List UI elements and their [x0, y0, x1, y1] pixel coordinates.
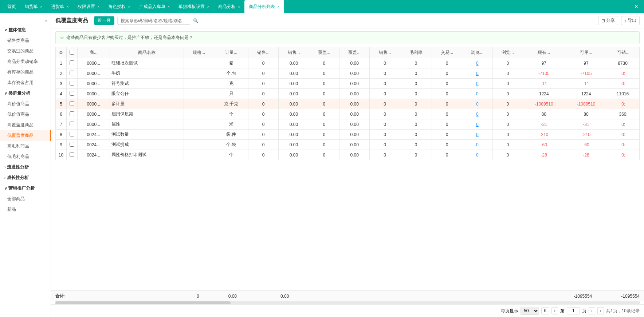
export-button[interactable]: ↑ 导出: [621, 16, 640, 25]
row-name[interactable]: 测试提成: [110, 140, 184, 150]
row-checkbox[interactable]: [67, 58, 78, 68]
sidebar-section-marketing[interactable]: ∨ 营销推广分析: [0, 183, 51, 194]
row-browse1[interactable]: 0: [462, 89, 492, 99]
export-icon: ↑: [624, 18, 627, 23]
row-sales-qty: 0: [248, 140, 279, 150]
sidebar-item-new-goods[interactable]: 新品: [0, 204, 51, 215]
row-name[interactable]: 测试数量: [110, 130, 184, 140]
row-name[interactable]: 属性: [110, 119, 184, 130]
nav-item-template[interactable]: 单据模板设置 ×: [174, 0, 213, 13]
row-sales-amt: 0.00: [279, 130, 309, 140]
close-icon[interactable]: ×: [128, 4, 130, 9]
row-checkbox[interactable]: [67, 68, 78, 79]
nav-item-product-entry[interactable]: 产成品入库单 ×: [135, 0, 174, 13]
sidebar-item-low-coverage[interactable]: 低覆盖度商品: [0, 130, 51, 141]
row-no: 3: [56, 79, 67, 89]
row-name[interactable]: 属性价格打印测试: [110, 150, 184, 160]
row-browse1[interactable]: 0: [462, 119, 492, 130]
row-sales-amt: 0.00: [279, 68, 309, 79]
row-name[interactable]: 眼宝公仔: [110, 89, 184, 99]
window-close-button[interactable]: ×: [631, 3, 641, 11]
sidebar-item-high-coverage[interactable]: 高覆盖度商品: [0, 120, 51, 130]
nav-item-analysis[interactable]: 商品分析 ×: [214, 0, 244, 13]
row-browse1[interactable]: 0: [462, 150, 492, 160]
share-button[interactable]: ⊡ 分享: [598, 16, 618, 25]
row-unit: 克: [214, 79, 248, 89]
row-name[interactable]: 符号测试: [110, 79, 184, 89]
row-checkbox[interactable]: [67, 89, 78, 99]
close-icon[interactable]: ×: [40, 4, 42, 9]
row-name[interactable]: 牛奶: [110, 68, 184, 79]
current-page-input[interactable]: [567, 307, 580, 314]
row-trans: 0: [432, 79, 462, 89]
sidebar-item-stock-capital[interactable]: 库存资金占用: [0, 78, 51, 88]
sidebar-item-low-value[interactable]: 低价值商品: [0, 109, 51, 120]
search-input[interactable]: [117, 17, 190, 25]
row-checkbox[interactable]: [67, 99, 78, 109]
nav-item-home[interactable]: 首页: [3, 0, 20, 13]
sidebar-item-high-margin[interactable]: 高毛利商品: [0, 141, 51, 151]
close-icon[interactable]: ×: [66, 4, 68, 9]
sidebar-item-high-value[interactable]: 高价值商品: [0, 99, 51, 109]
row-browse1[interactable]: 0: [462, 130, 492, 140]
next-page-button[interactable]: ›: [589, 307, 595, 314]
row-browse1[interactable]: 0: [462, 140, 492, 150]
row-sales3: 0: [370, 140, 400, 150]
info-banner: ☆ 这些商品只有很少客户购买过，是推广不够，还是商品本身问题？: [55, 31, 640, 44]
row-cover2: 0.00: [339, 89, 370, 99]
row-name[interactable]: 启用保质期: [110, 109, 184, 119]
sidebar-section-category[interactable]: ∨ 类群量分析: [0, 88, 51, 99]
column-checkbox[interactable]: [67, 47, 78, 58]
sidebar-section-flow[interactable]: › 流通性分析: [0, 162, 51, 173]
sidebar-item-category-turnover[interactable]: 商品分类动销率: [0, 56, 51, 67]
sidebar-item-sales-goods[interactable]: 销售类商品: [0, 35, 51, 46]
row-stock3: 11016:: [607, 89, 640, 99]
row-checkbox[interactable]: [67, 150, 78, 160]
column-gear[interactable]: ⚙: [56, 47, 67, 58]
close-icon[interactable]: ×: [277, 4, 279, 9]
nav-item-sales[interactable]: 销货单 ×: [20, 0, 47, 13]
close-icon[interactable]: ×: [207, 4, 209, 9]
search-icon[interactable]: 🔍: [193, 18, 199, 23]
row-browse1[interactable]: 0: [462, 109, 492, 119]
row-trans: 0: [432, 89, 462, 99]
row-browse1[interactable]: 0: [462, 68, 492, 79]
per-page-select[interactable]: 50 20 100 200: [521, 307, 539, 315]
pagination-bar: 每页显示 50 20 100 200 K ‹ 第 页 › › 共1页，10条记录: [51, 304, 644, 317]
sidebar-item-stocked-goods[interactable]: 有库存的商品: [0, 67, 51, 78]
select-all-checkbox[interactable]: [70, 50, 74, 55]
close-icon[interactable]: ×: [168, 4, 170, 9]
sidebar-item-low-margin[interactable]: 低毛利商品: [0, 151, 51, 162]
nav-item-purchase[interactable]: 进货单 ×: [47, 0, 73, 13]
row-browse1[interactable]: 0: [462, 79, 492, 89]
row-checkbox[interactable]: [67, 109, 78, 119]
row-no: 8: [56, 130, 67, 140]
row-checkbox[interactable]: [67, 119, 78, 130]
nav-item-roles[interactable]: 角色授权 ×: [104, 0, 134, 13]
row-checkbox[interactable]: [67, 79, 78, 89]
row-browse1[interactable]: 0: [462, 99, 492, 109]
nav-item-analysis-list[interactable]: 商品分析列表 ×: [244, 0, 284, 13]
filter-period-button[interactable]: 近一月: [94, 16, 114, 25]
row-cover2: 0.00: [339, 79, 370, 89]
row-browse1[interactable]: 0: [462, 58, 492, 68]
row-cover2: 0.00: [339, 130, 370, 140]
sidebar-section-overall[interactable]: ∨ 整体信息: [0, 25, 51, 35]
row-name[interactable]: 多计量: [110, 99, 184, 109]
table-row: 4 0000... 眼宝公仔 只 0 0.00 0 0.00 0 0 0 0 0…: [56, 89, 640, 99]
prev-page-button[interactable]: ‹: [551, 307, 558, 314]
close-icon[interactable]: ×: [97, 4, 99, 9]
sidebar-section-growth[interactable]: › 成长性分析: [0, 173, 51, 183]
first-page-button[interactable]: K: [541, 307, 549, 314]
row-sales-qty: 0: [248, 150, 279, 160]
sidebar-item-all-goods[interactable]: 全部商品: [0, 194, 51, 204]
close-icon[interactable]: ×: [238, 4, 240, 9]
sidebar-collapse-button[interactable]: «: [45, 17, 48, 23]
row-unit: 个,包: [214, 68, 248, 79]
row-checkbox[interactable]: [67, 130, 78, 140]
last-page-button[interactable]: ›: [597, 307, 604, 314]
row-checkbox[interactable]: [67, 140, 78, 150]
nav-item-permissions[interactable]: 权限设置 ×: [73, 0, 104, 13]
sidebar-item-traded-goods[interactable]: 交易过的商品: [0, 46, 51, 56]
row-name[interactable]: 旺辅批次测试: [110, 58, 184, 68]
